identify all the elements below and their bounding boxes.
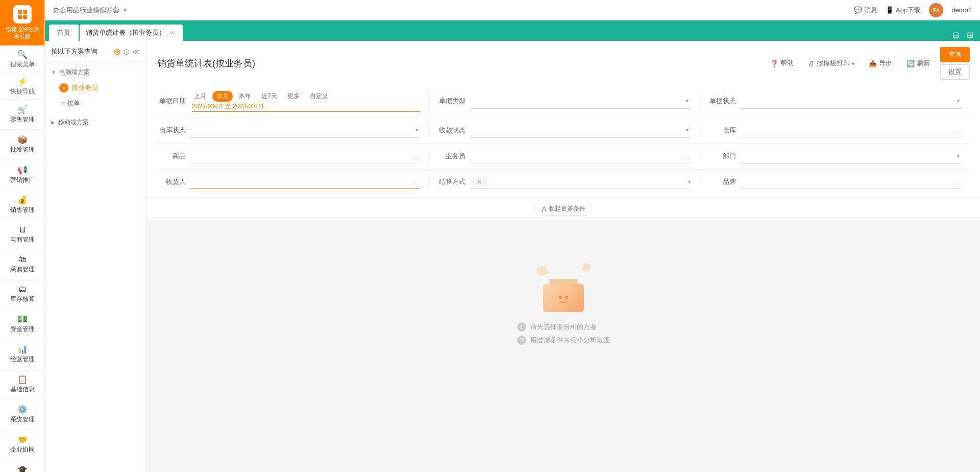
empty-hints: 1 请先选择要分析的方案 2 用过滤条件来缩小分析范围 (517, 322, 610, 345)
filter-consignee-cell: 收货人 … (157, 175, 428, 189)
ecommerce-icon: 🖥 (3, 225, 42, 234)
brand-input[interactable]: … (740, 175, 962, 189)
scheme-item-by-salesman[interactable]: ● 按业务员 (45, 80, 146, 96)
filter-date-cell: 单据日期 上月 本月 本年 近7天 更多 自定义 2023-03-01 至 20… (157, 90, 428, 112)
sidebar-item-finance[interactable]: 💵 资金管理 (0, 309, 44, 339)
brand-dots[interactable]: … (953, 177, 962, 186)
purchase-label: 采购管理 (3, 265, 42, 274)
page-header: 销货单统计表(按业务员) ❓ 帮助 🖨 按模板打印 ▾ 📤 导出 (147, 41, 980, 84)
filter-doc-type-cell: 单据类型 ▾ (428, 90, 699, 112)
date-btn-last-month[interactable]: 上月 (190, 90, 210, 102)
scheme-section-desktop-header[interactable]: ▼ 电脑端方案 (45, 65, 146, 80)
system-label: 系统管理 (3, 415, 42, 424)
sidebar-item-enterprise[interactable]: 🤝 企业协同 (0, 430, 44, 460)
sidebar-item-purchase[interactable]: 🛍 采购管理 (0, 250, 44, 279)
sidebar-item-sales[interactable]: 💰 销售管理 (0, 190, 44, 220)
user-avatar[interactable]: Ea (929, 3, 943, 17)
tab-close-button[interactable]: × (168, 29, 177, 37)
svg-rect-0 (18, 10, 22, 14)
dept-label: 部门 (707, 152, 736, 161)
sidebar-item-inventory[interactable]: 🗂 库存核算 (0, 279, 44, 309)
consignee-dots[interactable]: … (412, 177, 420, 186)
filter-out-status-cell: 出库状态 ▾ (157, 123, 428, 138)
consignee-label: 收货人 (157, 177, 186, 186)
warehouse-dots[interactable]: … (953, 126, 962, 135)
sidebar-item-basic[interactable]: 📋 基础信息 (0, 369, 44, 399)
sidebar-item-retail[interactable]: 🛒 零售管理 (0, 100, 44, 130)
date-btn-this-month[interactable]: 本月 (212, 91, 233, 102)
tab-maximize-button[interactable]: ⊞ (964, 29, 976, 41)
sidebar-search-item[interactable]: 🔍 搜索菜单 (0, 45, 44, 74)
goods-dots[interactable]: … (412, 152, 420, 161)
sidebar-item-ecommerce[interactable]: 🖥 电商管理 (0, 220, 44, 250)
ecommerce-label: 电商管理 (3, 235, 42, 244)
scheme-item-by-order[interactable]: ≡ 按单 (45, 96, 146, 111)
collapse-button[interactable]: ⋀ 收起更多条件 (535, 202, 592, 216)
user-name[interactable]: demo2 (951, 6, 972, 14)
consignee-input[interactable]: … (190, 175, 420, 189)
sidebar-item-marketing[interactable]: 📢 营销推广 (0, 160, 44, 190)
tab-minimize-button[interactable]: ⊟ (949, 29, 962, 41)
tab-sales-stat[interactable]: 销货单统计表（按业务员） × (80, 25, 183, 41)
dept-select[interactable]: ▾ (740, 149, 962, 164)
topbar-dropdown-icon[interactable]: ▾ (124, 6, 127, 14)
goods-input[interactable]: … (190, 149, 420, 163)
salesman-dots[interactable]: … (682, 152, 691, 161)
mobile-section-arrow: ▶ (51, 120, 55, 125)
filter-area: 单据日期 上月 本月 本年 近7天 更多 自定义 2023-03-01 至 20… (147, 84, 980, 198)
query-button[interactable]: 查询 (940, 47, 970, 62)
inventory-icon: 🗂 (3, 285, 42, 294)
sidebar-logo[interactable]: 畅捷通好生意标准版 (0, 0, 44, 45)
help-button[interactable]: ❓ 帮助 (766, 57, 798, 70)
sidebar-quick-nav[interactable]: ⚡ 快捷导航 (0, 74, 44, 100)
settings-button[interactable]: 设置 (940, 64, 970, 80)
message-button[interactable]: 💬 消息 (854, 6, 877, 15)
receive-status-label: 收款状态 (437, 126, 465, 135)
settlement-input[interactable]: ✕ ▾ (470, 175, 691, 189)
date-btn-this-year[interactable]: 本年 (235, 90, 255, 102)
date-btn-more[interactable]: 更多 (283, 90, 304, 102)
print-button[interactable]: 🖨 按模板打印 ▾ (804, 57, 859, 70)
export-button[interactable]: 📤 导出 (865, 57, 896, 70)
empty-box-container (543, 279, 584, 312)
date-btn-7days[interactable]: 近7天 (257, 90, 281, 102)
date-btn-custom[interactable]: 自定义 (306, 90, 332, 102)
receive-status-select[interactable]: ▾ (470, 123, 691, 138)
scheme-header-text: 按以下方案查询 (51, 47, 97, 56)
tabbar-actions: ⊟ ⊞ (949, 29, 980, 41)
content-area: 销货单统计表(按业务员) ❓ 帮助 🖨 按模板打印 ▾ 📤 导出 (147, 41, 980, 472)
app-download-button[interactable]: 📱 App下载 (886, 6, 921, 15)
salesman-input[interactable]: … (470, 149, 691, 163)
finance-icon: 💵 (3, 314, 42, 324)
topbar-right: 💬 消息 📱 App下载 Ea demo2 (854, 3, 972, 17)
refresh-button[interactable]: 🔄 刷新 (902, 57, 934, 70)
doc-type-select[interactable]: ▾ (470, 93, 691, 109)
sidebar-item-system[interactable]: ⚙️ 系统管理 (0, 399, 44, 430)
doc-type-arrow: ▾ (686, 98, 689, 104)
filter-receive-status-cell: 收款状态 ▾ (428, 123, 699, 138)
tab-home[interactable]: 首页 (49, 25, 79, 41)
filter-row-2: 出库状态 ▾ 收款状态 ▾ (157, 123, 970, 144)
sidebar-item-newbie[interactable]: 🎓 新手引导 (0, 460, 44, 472)
filter-salesman-cell: 业务员 … (428, 149, 699, 164)
date-range-text[interactable]: 2023-03-01 至 2023-03-31 (192, 102, 420, 112)
doc-status-select[interactable]: ▾ (740, 93, 962, 109)
settlement-tag-close[interactable]: ✕ (476, 178, 483, 185)
svg-point-4 (559, 296, 562, 299)
message-icon: 💬 (854, 6, 862, 14)
scheme-add-button[interactable]: ⊕ (113, 46, 121, 57)
doc-type-label: 单据类型 (437, 97, 465, 106)
scheme-section-mobile-header[interactable]: ▶ 移动端方案 (45, 115, 146, 130)
scheme-item-active-icon: ● (59, 83, 68, 92)
box-body (543, 284, 584, 312)
scheme-settings-button[interactable]: ⊙ (123, 47, 130, 57)
warehouse-input[interactable]: … (740, 123, 962, 137)
sidebar-item-operation[interactable]: 📊 经营管理 (0, 339, 44, 369)
scheme-collapse-button[interactable]: ≪ (132, 47, 140, 57)
marketing-icon: 📢 (3, 165, 42, 175)
sidebar-item-wholesale[interactable]: 📦 批发管理 (0, 130, 44, 160)
main-area: 办公用品行业模拟账套 ▾ 💬 消息 📱 App下载 Ea demo2 首页 销货… (45, 0, 980, 472)
out-status-select[interactable]: ▾ (190, 123, 420, 138)
box-face-icon (553, 288, 574, 309)
settlement-tag: ✕ (470, 177, 487, 186)
